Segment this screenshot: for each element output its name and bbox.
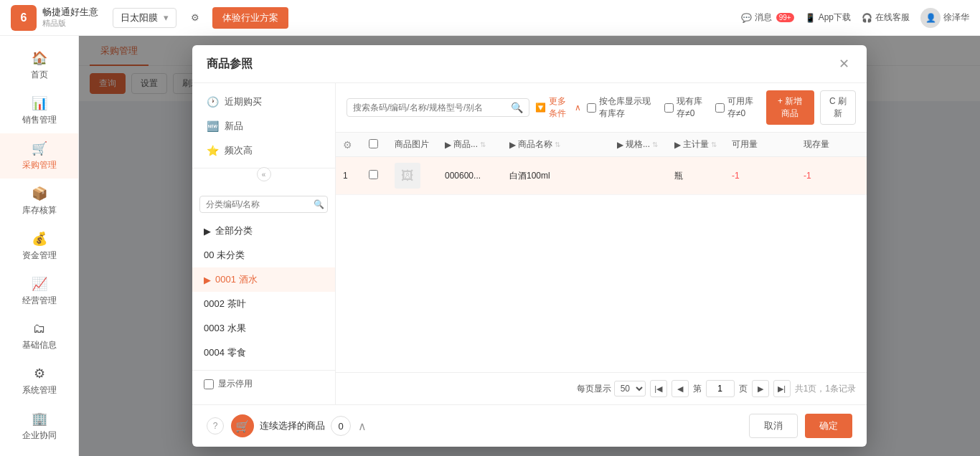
help-icon[interactable]: ? <box>207 417 224 434</box>
th-code[interactable]: ▶ 商品... ⇅ <box>438 133 502 157</box>
th-settings[interactable]: ⚙ <box>336 133 362 157</box>
new-icon: 🆕 <box>207 120 219 132</box>
confirm-button[interactable]: 确定 <box>805 414 852 438</box>
experience-button[interactable]: 体验行业方案 <box>212 7 288 29</box>
row-checkbox[interactable] <box>362 157 387 195</box>
sidebar-item-home[interactable]: 🏠 首页 <box>0 43 78 88</box>
category-search-input[interactable] <box>206 199 314 209</box>
page-number-input[interactable] <box>706 380 735 397</box>
category-beverages[interactable]: 0005 饮料 <box>192 365 335 370</box>
page-label: 第 <box>693 383 702 395</box>
online-service-btn[interactable]: 🎧 在线客服 <box>862 11 910 24</box>
row-name: 白酒100ml <box>502 157 610 195</box>
usable-checkbox[interactable] <box>715 103 725 113</box>
cart-icon[interactable]: 🛒 <box>231 414 254 437</box>
headset-icon: 🎧 <box>862 13 872 23</box>
operations-icon: 📈 <box>32 276 47 292</box>
sort-icon-spec: ⇅ <box>652 141 658 148</box>
category-search-icon[interactable]: 🔍 <box>314 199 324 209</box>
row-select-checkbox[interactable] <box>369 170 378 179</box>
category-tea[interactable]: 0002 茶叶 <box>192 292 335 316</box>
add-product-button[interactable]: + 新增商品 <box>766 90 814 125</box>
category-liquor[interactable]: ▶ 0001 酒水 <box>192 267 335 292</box>
sort-icon-unit: ⇅ <box>711 141 717 148</box>
table-row[interactable]: 1 🖼 00 <box>336 157 867 195</box>
prev-page-btn[interactable]: ◀ <box>672 380 689 397</box>
modal-overlay: 商品参照 ✕ 🕐 近期购买 🆕 <box>79 36 980 456</box>
top-nav: 6 畅捷通好生意 精品版 日太阳膜 ▾ ⚙ 体验行业方案 💬 消息 99+ 📱 … <box>0 0 980 36</box>
category-snacks[interactable]: 0004 零食 <box>192 341 335 365</box>
modal-footer: ? 🛒 连续选择的商品 0 ∧ 取消 确定 <box>192 404 867 447</box>
check-warehouse-option[interactable]: 按仓库显示现有库存 <box>587 95 659 120</box>
sidebar-item-inventory[interactable]: 📦 库存核算 <box>0 179 78 224</box>
logo-text: 畅捷通好生意 精品版 <box>42 6 98 29</box>
th-stock: 现存量 <box>796 133 867 157</box>
tab-high-frequency[interactable]: ⭐ 频次高 <box>199 139 328 162</box>
collapse-panel-btn[interactable]: « <box>257 167 271 181</box>
row-unit: 瓶 <box>667 157 725 195</box>
first-page-btn[interactable]: |◀ <box>650 380 667 397</box>
pagination: 每页显示 50 |◀ ◀ 第 页 ▶ ▶| <box>336 372 867 404</box>
collapse-cart-icon[interactable]: ∧ <box>358 419 367 433</box>
star-icon: ⭐ <box>207 145 219 156</box>
show-disabled-wrap: 显示停用 <box>192 370 335 397</box>
message-badge: 99+ <box>776 13 794 22</box>
tab-recent-purchase[interactable]: 🕐 近期购买 <box>199 90 328 113</box>
cart-area: 🛒 连续选择的商品 0 <box>231 414 351 437</box>
left-panel-tabs: 🕐 近期购买 🆕 新品 ⭐ 频次高 <box>192 90 335 162</box>
sidebar-item-finance[interactable]: 💰 资金管理 <box>0 224 78 269</box>
cancel-button[interactable]: 取消 <box>749 414 798 438</box>
logo-area: 6 畅捷通好生意 精品版 <box>11 5 98 31</box>
gear-icon[interactable]: ⚙ <box>343 139 352 151</box>
sidebar-item-enterprise[interactable]: 🏢 企业协同 <box>0 404 78 449</box>
available-checkbox[interactable] <box>664 103 674 113</box>
search-icon[interactable]: 🔍 <box>511 102 523 113</box>
th-spec[interactable]: ▶ 规格... ⇅ <box>610 133 667 157</box>
message-btn[interactable]: 💬 消息 99+ <box>741 11 794 24</box>
sidebar-item-system[interactable]: ⚙ 系统管理 <box>0 358 78 404</box>
inventory-icon: 📦 <box>32 186 47 201</box>
sidebar-item-sales[interactable]: 📊 销售管理 <box>0 88 78 133</box>
page-size-dropdown[interactable]: 50 <box>614 381 646 396</box>
check-available-option[interactable]: 现有库存≠0 <box>664 95 710 120</box>
active-arrow-icon: ▶ <box>204 275 211 285</box>
sidebar-item-operations[interactable]: 📈 经营管理 <box>0 269 78 314</box>
enterprise-icon: 🏢 <box>32 411 47 427</box>
settings-icon[interactable]: ⚙ <box>184 6 207 29</box>
right-panel: 🔍 🔽 更多条件 ∧ 按仓库显示现有库存 <box>336 83 867 404</box>
modal-body: 🕐 近期购买 🆕 新品 ⭐ 频次高 <box>192 83 867 404</box>
th-name[interactable]: ▶ 商品名称 ⇅ <box>502 133 610 157</box>
th-checkbox[interactable] <box>362 133 387 157</box>
filter-button[interactable]: 🔽 更多条件 ∧ <box>535 95 581 120</box>
user-profile-btn[interactable]: 👤 徐泽华 <box>920 8 969 28</box>
close-icon[interactable]: ✕ <box>835 55 852 72</box>
row-index: 1 <box>336 157 362 195</box>
page-suffix: 页 <box>739 383 748 395</box>
nav-right: 💬 消息 99+ 📱 App下载 🎧 在线客服 👤 徐泽华 <box>741 8 969 28</box>
check-usable-option[interactable]: 可用库存≠0 <box>715 95 760 120</box>
sidebar-item-purchase[interactable]: 🛒 采购管理 <box>0 133 78 179</box>
tab-new-product[interactable]: 🆕 新品 <box>199 115 328 138</box>
search-input[interactable] <box>353 103 511 113</box>
category-all[interactable]: ▶ 全部分类 <box>192 219 335 243</box>
last-page-btn[interactable]: ▶| <box>773 380 791 397</box>
store-selector[interactable]: 日太阳膜 ▾ <box>113 8 176 28</box>
next-page-btn[interactable]: ▶ <box>752 380 769 397</box>
sidebar-item-base-info[interactable]: 🗂 基础信息 <box>0 314 78 358</box>
clock-icon: 🕐 <box>207 96 219 108</box>
sidebar-item-guide[interactable]: 🎯 新手引导 <box>0 449 78 456</box>
category-fruit[interactable]: 0003 水果 <box>192 316 335 341</box>
expand-all-icon: ▶ <box>204 226 211 237</box>
th-unit[interactable]: ▶ 主计量 ⇅ <box>667 133 725 157</box>
select-all-checkbox[interactable] <box>369 139 378 148</box>
row-stock: -1 <box>796 157 867 195</box>
refresh-button[interactable]: C 刷新 <box>820 90 856 125</box>
row-image: 🖼 <box>387 157 438 195</box>
purchase-icon: 🛒 <box>32 141 47 156</box>
app-download-btn[interactable]: 📱 App下载 <box>805 11 851 24</box>
warehouse-checkbox[interactable] <box>587 103 596 113</box>
show-disabled-checkbox[interactable] <box>204 379 214 389</box>
product-reference-modal: 商品参照 ✕ 🕐 近期购买 🆕 <box>192 45 867 447</box>
base-info-icon: 🗂 <box>33 321 46 336</box>
category-uncategorized[interactable]: 00 未分类 <box>192 243 335 267</box>
